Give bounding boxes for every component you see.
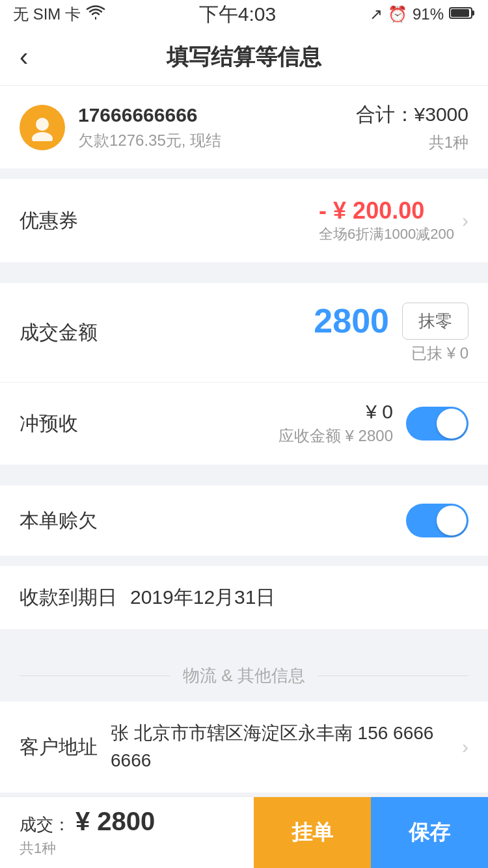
bottom-total-row: 成交： ¥ 2800 [20,807,234,836]
nav-bar: ‹ 填写结算等信息 [0,29,488,86]
customer-total: 合计：¥3000 [356,102,468,128]
bottom-amount: ¥ 2800 [75,807,155,836]
coupon-description: 全场6折满1000减200 [319,224,454,244]
amount-section: 成交金额 2800 抹零 已抹 ¥ 0 冲预收 ¥ 0 应收金额 ¥ 2800 [0,283,488,465]
customer-phone: 17666666666 [78,104,221,126]
location-icon: ↗ [370,5,383,23]
prepay-info: ¥ 0 应收金额 ¥ 2800 [278,401,393,446]
customer-sub: 欠款1276.35元, 现结 [78,130,221,151]
due-date-label: 收款到期日 [20,584,117,611]
prepay-right: ¥ 0 应收金额 ¥ 2800 [278,401,468,446]
prepay-sub: 应收金额 ¥ 2800 [278,426,393,446]
amount-sub: 已抹 ¥ 0 [314,343,468,364]
page-title: 填写结算等信息 [167,42,321,72]
status-left: 无 SIM 卡 [13,4,105,25]
amount-label: 成交金额 [20,319,98,346]
status-bar: 无 SIM 卡 下午4:03 ↗ ⏰ 91% [0,0,488,29]
alarm-icon: ⏰ [388,5,407,23]
debt-toggle-knob [437,506,467,536]
logistics-header: 物流 & 其他信息 [0,650,488,701]
customer-right: 合计：¥3000 共1种 [356,102,468,153]
hang-button[interactable]: 挂单 [254,797,371,869]
bottom-count: 共1种 [20,839,234,858]
address-label: 客户地址 [20,734,98,761]
debt-row: 本单赊欠 [0,485,488,556]
bottom-label: 成交： [20,813,70,836]
bottom-summary: 成交： ¥ 2800 共1种 [0,807,254,858]
bottom-bar: 成交： ¥ 2800 共1种 挂单 保存 [0,796,488,868]
coupon-row[interactable]: 优惠券 - ¥ 200.00 全场6折满1000减200 › [0,179,488,262]
customer-count: 共1种 [356,132,468,153]
due-date-row: 收款到期日 2019年12月31日 [0,566,488,629]
divider-3 [0,640,488,650]
svg-rect-1 [472,10,474,16]
status-right: ↗ ⏰ 91% [370,5,475,23]
round-button[interactable]: 抹零 [402,303,468,340]
save-button[interactable]: 保存 [371,797,488,869]
prepay-toggle[interactable] [406,407,468,441]
amount-row: 成交金额 2800 抹零 已抹 ¥ 0 [0,283,488,382]
battery-text: 91% [413,5,444,23]
customer-info: 17666666666 欠款1276.35元, 现结 [78,104,221,151]
amount-right: 2800 抹零 [314,301,468,340]
svg-point-3 [36,118,49,131]
address-chevron-icon: › [462,736,468,758]
coupon-label: 优惠券 [20,208,78,234]
debt-toggle[interactable] [406,504,468,537]
address-value: 张 北京市市辖区海淀区永丰南 156 6666 6666 [98,720,462,774]
due-date-value: 2019年12月31日 [130,584,275,611]
customer-card: 17666666666 欠款1276.35元, 现结 合计：¥3000 共1种 [0,86,488,169]
logistics-line-right [318,675,468,676]
content-area: 17666666666 欠款1276.35元, 现结 合计：¥3000 共1种 … [0,86,488,868]
back-button[interactable]: ‹ [20,42,28,72]
svg-rect-2 [451,9,469,17]
sim-text: 无 SIM 卡 [13,4,81,25]
address-row[interactable]: 客户地址 张 北京市市辖区海淀区永丰南 156 6666 6666 › [0,701,488,793]
divider-1 [0,273,488,283]
logistics-text: 物流 & 其他信息 [183,664,305,687]
amount-value: 2800 [314,301,389,340]
coupon-right: - ¥ 200.00 全场6折满1000减200 › [319,197,468,244]
toggle-knob [437,409,467,439]
status-time: 下午4:03 [199,1,276,28]
coupon-discount: - ¥ 200.00 [319,197,454,224]
coupon-chevron-icon: › [462,210,468,232]
battery-icon [449,5,475,23]
debt-label: 本单赊欠 [20,508,98,534]
logistics-line-left [20,675,170,676]
wifi-icon [86,5,105,23]
customer-left: 17666666666 欠款1276.35元, 现结 [20,104,221,151]
svg-point-4 [32,132,53,141]
avatar [20,105,65,150]
prepay-row: 冲预收 ¥ 0 应收金额 ¥ 2800 [0,382,488,465]
divider-2 [0,475,488,485]
prepay-label: 冲预收 [20,411,78,437]
prepay-value: ¥ 0 [278,401,393,423]
